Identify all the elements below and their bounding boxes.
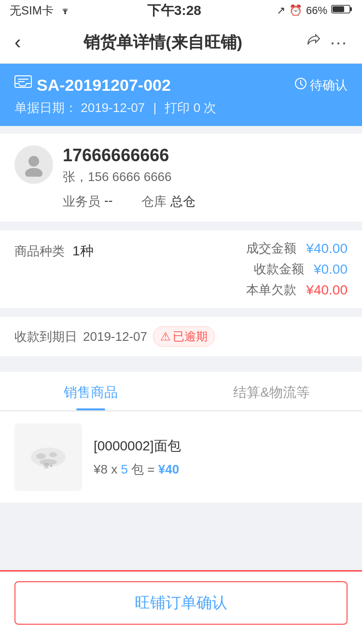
amount-value: ¥40.00 (306, 241, 348, 256)
nav-left[interactable]: ‹ (14, 31, 21, 53)
amount-row: 成交金额 ¥40.00 (246, 240, 348, 257)
received-row: 收款金额 ¥0.00 (254, 261, 348, 278)
product-price: ¥8 x 5 包 = ¥40 (94, 461, 348, 478)
customer-avatar (14, 145, 53, 184)
product-type-value: 1种 (72, 242, 94, 260)
tab-settlement[interactable]: 结算&物流等 (181, 372, 362, 410)
salesperson-value: -- (104, 193, 112, 210)
order-id: SA-20191207-002 (14, 75, 171, 95)
status-bar-time: 下午3:28 (147, 1, 201, 20)
divider-2 (0, 308, 362, 316)
battery-label: 66% (306, 4, 327, 17)
order-date: 单据日期： 2019-12-07 | 打印 0 次 (14, 99, 348, 116)
nav-right[interactable]: ··· (305, 32, 348, 53)
more-icon[interactable]: ··· (330, 32, 348, 53)
customer-meta: 业务员 -- 仓库 总仓 (63, 193, 348, 210)
alarm-icon: ⏰ (289, 4, 302, 17)
battery-icon (331, 4, 352, 17)
customer-info: 17666666666 张，156 6666 6666 业务员 -- 仓库 总仓 (63, 145, 348, 210)
summary-left: 商品种类 1种 (14, 240, 94, 260)
status-bar-right: ↗ ⏰ 66% (277, 4, 352, 17)
owed-row: 本单欠款 ¥40.00 (246, 281, 348, 298)
clock-icon (294, 77, 307, 93)
carrier-label: 无SIM卡 (10, 3, 54, 18)
nav-bar: ‹ 销货单详情(来自旺铺) ··· (0, 21, 362, 64)
share-icon[interactable] (305, 33, 320, 52)
salesperson-item: 业务员 -- (63, 193, 112, 210)
warehouse-item: 仓库 总仓 (141, 193, 195, 210)
nav-title: 销货单详情(来自旺铺) (84, 31, 242, 54)
product-list: 管+ [0000002]面包 ¥8 x 5 包 = ¥40 (0, 412, 362, 503)
svg-point-6 (28, 156, 39, 167)
received-label: 收款金额 (254, 261, 304, 278)
order-header-top: SA-20191207-002 待确认 (14, 75, 348, 95)
due-date-section: 收款到期日 2019-12-07 ⚠ 已逾期 (0, 317, 362, 356)
warning-icon: ⚠ (160, 330, 171, 343)
customer-section: 17666666666 张，156 6666 6666 业务员 -- 仓库 总仓 (14, 145, 348, 210)
customer-name: 张，156 6666 6666 (63, 168, 348, 185)
svg-point-7 (25, 168, 42, 177)
warehouse-label: 仓库 (141, 193, 167, 210)
tabs: 销售商品 结算&物流等 (0, 372, 362, 411)
divider-3 (0, 356, 362, 364)
owed-value: ¥40.00 (306, 282, 348, 298)
product-name: [0000002]面包 (94, 437, 348, 455)
svg-point-9 (36, 453, 46, 459)
divider-1 (0, 222, 362, 229)
status-bar: 无SIM卡 下午3:28 ↗ ⏰ 66% (0, 0, 362, 21)
warehouse-value: 总仓 (170, 193, 195, 210)
wifi-icon (58, 4, 72, 17)
product-thumbnail: 管+ (14, 423, 82, 491)
due-date-label: 收款到期日 (14, 328, 77, 345)
order-status: 待确认 (294, 77, 348, 94)
tab-products[interactable]: 销售商品 (0, 372, 181, 410)
confirm-order-button[interactable]: 旺铺订单确认 (14, 581, 348, 625)
svg-point-0 (64, 13, 66, 14)
product-item: 管+ [0000002]面包 ¥8 x 5 包 = ¥40 (0, 412, 362, 503)
summary-right: 成交金额 ¥40.00 收款金额 ¥0.00 本单欠款 ¥40.00 (246, 240, 348, 298)
salesperson-label: 业务员 (63, 193, 100, 210)
overdue-badge: ⚠ 已逾期 (153, 326, 215, 347)
svg-rect-2 (350, 7, 352, 11)
owed-label: 本单欠款 (246, 281, 296, 298)
svg-rect-3 (333, 6, 344, 12)
location-icon: ↗ (277, 4, 285, 17)
status-bar-left: 无SIM卡 (10, 3, 72, 18)
customer-card: 17666666666 张，156 6666 6666 业务员 -- 仓库 总仓 (0, 134, 362, 222)
customer-phone: 17666666666 (63, 145, 348, 166)
product-type-label: 商品种类 (14, 243, 65, 260)
amount-label: 成交金额 (246, 240, 296, 257)
confirm-button-wrap: 旺铺订单确认 (0, 570, 362, 644)
svg-text:管+: 管+ (43, 462, 53, 469)
inbox-icon (14, 75, 32, 95)
product-info: [0000002]面包 ¥8 x 5 包 = ¥40 (94, 437, 348, 478)
summary-section: 商品种类 1种 成交金额 ¥40.00 收款金额 ¥0.00 本单欠款 ¥40.… (0, 230, 362, 308)
svg-point-10 (49, 452, 57, 457)
received-value: ¥0.00 (314, 262, 348, 277)
back-button[interactable]: ‹ (14, 31, 21, 53)
due-date-value: 2019-12-07 (83, 329, 147, 344)
order-header: SA-20191207-002 待确认 单据日期： 2019-12-07 | 打… (0, 64, 362, 126)
